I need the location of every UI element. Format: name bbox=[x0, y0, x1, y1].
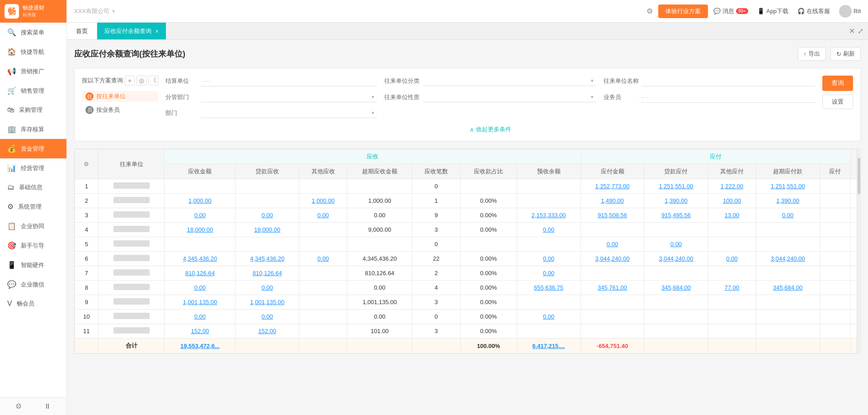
sidebar-item-corp-collab[interactable]: 📋 企业协同 bbox=[0, 216, 66, 236]
row-loan-receivable[interactable]: 810,126.64 bbox=[236, 266, 299, 281]
row-overdue-payable[interactable]: 345,684.00 bbox=[756, 281, 820, 295]
topbar-settings-icon[interactable]: ⚙ bbox=[646, 7, 653, 15]
row-loan-payable[interactable]: 345,684.00 bbox=[644, 281, 708, 295]
row-receivable-ratio: 0.00% bbox=[460, 266, 517, 281]
row-payable-amount[interactable]: 345,761.00 bbox=[580, 281, 644, 295]
unit-name-input[interactable] bbox=[642, 76, 815, 86]
row-receivable-amount[interactable]: 1,001,135.00 bbox=[165, 295, 236, 310]
tab-home[interactable]: 首页 bbox=[67, 23, 97, 39]
sidebar-item-quick-nav[interactable]: 🏠 快捷导航 bbox=[0, 42, 66, 62]
sidebar-item-finance[interactable]: 💰 资金管理 bbox=[0, 139, 66, 158]
row-receivable-amount[interactable]: 0.00 bbox=[165, 310, 236, 324]
collapse-more-button[interactable]: ∧ 收起更多条件 bbox=[470, 125, 511, 134]
search-menu-icon: 🔍 bbox=[7, 28, 16, 37]
row-loan-payable[interactable]: 3,044,240.00 bbox=[644, 252, 708, 266]
sidebar-item-basic-info[interactable]: 🗂 基础信息 bbox=[0, 178, 66, 197]
sidebar-settings-button[interactable]: ⚙ bbox=[15, 402, 22, 410]
tab-close-icon[interactable]: × bbox=[155, 28, 159, 35]
sidebar-item-guide[interactable]: 🎯 新手引导 bbox=[0, 236, 66, 255]
refresh-button[interactable]: ↻ 刷新 bbox=[830, 47, 861, 61]
sidebar-item-sales[interactable]: 🛒 销售管理 bbox=[0, 81, 66, 100]
row-loan-receivable[interactable]: 18,000.00 bbox=[236, 223, 299, 237]
row-receivable-amount[interactable]: 0.00 bbox=[165, 208, 236, 223]
row-loan-payable[interactable]: 0.00 bbox=[644, 237, 708, 252]
row-loan-receivable[interactable]: 4,345,436.20 bbox=[236, 252, 299, 266]
row-overdue-payable[interactable]: 1,251,551.00 bbox=[756, 179, 820, 194]
sidebar-item-smart-hw[interactable]: 📱 智能硬件 bbox=[0, 255, 66, 275]
row-payable-amount[interactable]: 3,044,240.00 bbox=[580, 252, 644, 266]
tab-receivable[interactable]: 应收应付余额查询 × bbox=[97, 23, 166, 39]
row-other-payable[interactable]: 100.00 bbox=[708, 194, 756, 208]
query-button[interactable]: 查询 bbox=[822, 76, 853, 91]
sidebar-item-inventory[interactable]: 🏢 库存核算 bbox=[0, 119, 66, 139]
marketing-icon: 📢 bbox=[7, 67, 16, 76]
promo-button[interactable]: 体验行业方案 bbox=[658, 5, 708, 18]
setting-button[interactable]: 设置 bbox=[822, 95, 853, 109]
row-prepaid-balance[interactable]: 655,636.75 bbox=[517, 281, 580, 295]
row-receivable-amount[interactable]: 1,000.00 bbox=[165, 194, 236, 208]
row-receivable-amount[interactable]: 810,126.64 bbox=[165, 266, 236, 281]
scheme-by-staff[interactable]: 员 按业务员 bbox=[82, 105, 158, 115]
row-overdue-payable[interactable]: 0.00 bbox=[756, 208, 820, 223]
sidebar-item-purchase[interactable]: 🛍 采购管理 bbox=[0, 100, 66, 119]
sidebar-item-marketing[interactable]: 📢 营销推广 bbox=[0, 62, 66, 81]
sidebar-item-system[interactable]: ⚙ 系统管理 bbox=[0, 197, 66, 216]
row-loan-receivable[interactable]: 0.00 bbox=[236, 208, 299, 223]
row-payable-amount[interactable]: 915,508.56 bbox=[580, 208, 644, 223]
settlement-unit-input[interactable]: ··· bbox=[201, 76, 377, 86]
row-loan-receivable[interactable]: 0.00 bbox=[236, 281, 299, 295]
system-icon: ⚙ bbox=[7, 202, 14, 211]
filter-collapse-button[interactable]: 《 bbox=[148, 76, 158, 86]
row-receivable-amount[interactable]: 18,000.00 bbox=[165, 223, 236, 237]
row-prepaid-balance[interactable]: 0.00 bbox=[517, 310, 580, 324]
row-other-receivable[interactable]: 1,000.00 bbox=[299, 194, 347, 208]
footer-payable-total: -654,751.40 bbox=[580, 339, 644, 353]
row-other-payable[interactable]: 13.00 bbox=[708, 208, 756, 223]
tab-close-window-icon[interactable]: ✕ bbox=[849, 27, 855, 35]
unit-nature-input[interactable]: ▾ bbox=[423, 92, 596, 102]
row-other-payable[interactable]: 77.00 bbox=[708, 281, 756, 295]
row-loan-receivable[interactable]: 1,001,135.00 bbox=[236, 295, 299, 310]
user-avatar[interactable]: Rit bbox=[839, 5, 861, 18]
sidebar-item-search-menu[interactable]: 🔍 搜索菜单 bbox=[0, 23, 66, 42]
row-prepaid-balance[interactable]: 0.00 bbox=[517, 252, 580, 266]
row-overdue-payable[interactable]: 1,390.00 bbox=[756, 194, 820, 208]
export-button[interactable]: ↑ 导出 bbox=[798, 47, 826, 61]
sidebar-collapse-button[interactable]: ⏸ bbox=[44, 402, 51, 410]
row-loan-payable[interactable]: 1,251,551.00 bbox=[644, 179, 708, 194]
sidebar-item-membership[interactable]: V 畅会员 bbox=[0, 294, 66, 313]
row-other-receivable[interactable]: 0.00 bbox=[299, 252, 347, 266]
row-loan-payable[interactable]: 915,495.56 bbox=[644, 208, 708, 223]
row-other-receivable[interactable]: 0.00 bbox=[299, 208, 347, 223]
online-service-button[interactable]: 🎧 在线客服 bbox=[797, 7, 830, 15]
sidebar-item-operations[interactable]: 📊 经营管理 bbox=[0, 158, 66, 178]
row-prepaid-balance[interactable]: 0.00 bbox=[517, 266, 580, 281]
scheme-by-unit[interactable]: 往 按往来单位 bbox=[82, 91, 158, 102]
row-loan-receivable[interactable]: 152.00 bbox=[236, 324, 299, 339]
row-loan-payable[interactable]: 1,390.00 bbox=[644, 194, 708, 208]
message-button[interactable]: 💬 消息 99+ bbox=[713, 7, 748, 15]
row-overdue-payable[interactable]: 3,044,240.00 bbox=[756, 252, 820, 266]
row-receivable-amount[interactable]: 4,345,436.20 bbox=[165, 252, 236, 266]
row-payable-amount[interactable]: 1,490.00 bbox=[580, 194, 644, 208]
table-scrollbar[interactable] bbox=[857, 149, 860, 353]
filter-settings-button[interactable]: ◎ bbox=[137, 76, 146, 86]
row-other-payable[interactable]: 0.00 bbox=[708, 252, 756, 266]
tab-maximize-icon[interactable]: ⤢ bbox=[858, 27, 863, 35]
department-input[interactable]: ▾ bbox=[201, 108, 377, 118]
app-download-button[interactable]: 📱 App下载 bbox=[757, 7, 788, 15]
row-other-payable[interactable]: 1,222.00 bbox=[708, 179, 756, 194]
row-prepaid-balance[interactable]: 0.00 bbox=[517, 223, 580, 237]
row-payable-amount[interactable]: 1,252,773.00 bbox=[580, 179, 644, 194]
filter-add-button[interactable]: + bbox=[125, 76, 135, 86]
row-payable-amount[interactable]: 0.00 bbox=[580, 237, 644, 252]
unit-category-input[interactable]: ▾ bbox=[423, 76, 596, 86]
row-receivable-amount[interactable]: 0.00 bbox=[165, 281, 236, 295]
sidebar-item-corp-wechat[interactable]: 💬 企业微信 bbox=[0, 275, 66, 294]
table-settings-icon[interactable]: ⚙ bbox=[84, 161, 89, 167]
row-receivable-amount[interactable]: 152.00 bbox=[165, 324, 236, 339]
row-prepaid-balance[interactable]: 2,153,333.00 bbox=[517, 208, 580, 223]
salesperson-input[interactable]: ··· bbox=[639, 92, 815, 103]
dept-input[interactable]: ▾ bbox=[201, 92, 377, 102]
row-loan-receivable[interactable]: 0.00 bbox=[236, 310, 299, 324]
